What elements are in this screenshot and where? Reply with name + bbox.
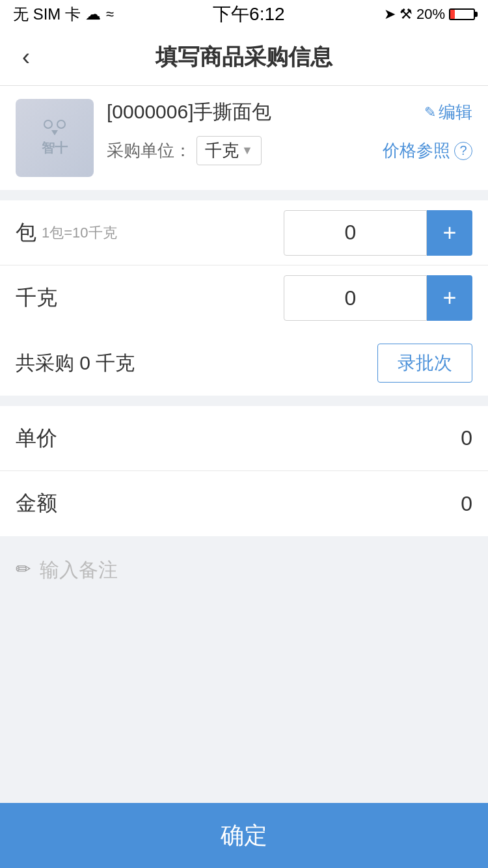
- product-name: [0000006]手撕面包: [107, 99, 271, 126]
- confirm-label: 确定: [221, 820, 267, 852]
- edit-label: 编辑: [439, 101, 472, 124]
- location-icon: ➤: [384, 6, 396, 23]
- confirm-button[interactable]: 确定: [0, 803, 488, 868]
- price-value: 0: [461, 426, 472, 450]
- bag-qty-input[interactable]: [284, 210, 427, 256]
- summary-text: 共采购 0 千克: [16, 350, 135, 377]
- bag-label: 包: [16, 219, 36, 247]
- product-info: [0000006]手撕面包 ✎ 编辑 采购单位： 千克 ▼ 价格参照 ?: [107, 99, 472, 165]
- nav-bar: ‹ 填写商品采购信息: [0, 29, 488, 86]
- pencil-icon: ✏: [16, 558, 31, 580]
- bag-plus-button[interactable]: +: [427, 210, 472, 256]
- battery-label: 20%: [416, 6, 445, 23]
- unit-label: 采购单位：: [107, 139, 191, 162]
- section-divider-2: [0, 396, 488, 401]
- kg-plus-button[interactable]: +: [427, 275, 472, 321]
- kg-qty-input[interactable]: [284, 275, 427, 321]
- record-batch-button[interactable]: 录批次: [377, 344, 472, 383]
- section-divider-1: [0, 195, 488, 200]
- product-image: 智十: [16, 99, 94, 177]
- back-button[interactable]: ‹: [16, 37, 36, 77]
- price-ref-button[interactable]: 价格参照 ?: [383, 139, 472, 162]
- remark-section[interactable]: ✏ 输入备注: [0, 541, 488, 645]
- owl-text-label: 智十: [42, 139, 68, 157]
- battery-icon: [449, 8, 475, 20]
- product-logo: 智十: [42, 120, 68, 157]
- kg-input-row: 千克 +: [0, 265, 488, 331]
- unit-select[interactable]: 千克 ▼: [197, 136, 262, 165]
- product-card: 智十 [0000006]手撕面包 ✎ 编辑 采购单位： 千克 ▼ 价格参照 ?: [0, 86, 488, 195]
- input-section: 包 1包=10千克 + 千克 +: [0, 200, 488, 331]
- amount-label: 金额: [16, 489, 57, 518]
- status-left: 无 SIM 卡 ☁ ≈: [13, 4, 114, 25]
- edit-icon: ✎: [424, 104, 436, 121]
- price-ref-label: 价格参照: [383, 139, 450, 162]
- bag-qty-wrap: +: [284, 210, 472, 256]
- unit-value: 千克: [205, 139, 239, 162]
- remark-placeholder: 输入备注: [40, 557, 118, 584]
- summary-section: 共采购 0 千克 录批次: [0, 331, 488, 396]
- price-row: 单价 0: [0, 406, 488, 471]
- status-bar: 无 SIM 卡 ☁ ≈ 下午6:12 ➤ ⚒ 20%: [0, 0, 488, 29]
- bottom-spacer: [0, 645, 488, 776]
- status-time: 下午6:12: [213, 2, 285, 27]
- amount-value: 0: [461, 492, 472, 516]
- bag-sublabel: 1包=10千克: [42, 223, 117, 243]
- wifi-icon: ≈: [106, 6, 114, 23]
- sim-label: 无 SIM 卡 ☁: [13, 4, 101, 25]
- unit-dropdown-arrow: ▼: [241, 144, 253, 157]
- amount-row: 金额 0: [0, 471, 488, 536]
- alarm-icon: ⚒: [400, 6, 413, 23]
- kg-qty-wrap: +: [284, 275, 472, 321]
- bag-input-row: 包 1包=10千克 +: [0, 200, 488, 265]
- status-right: ➤ ⚒ 20%: [384, 6, 475, 23]
- page-title: 填写商品采购信息: [156, 42, 332, 72]
- info-section: 单价 0 金额 0: [0, 406, 488, 536]
- price-ref-help-icon: ?: [454, 142, 472, 160]
- edit-button[interactable]: ✎ 编辑: [424, 101, 472, 124]
- price-label: 单价: [16, 424, 57, 453]
- kg-label: 千克: [16, 284, 57, 312]
